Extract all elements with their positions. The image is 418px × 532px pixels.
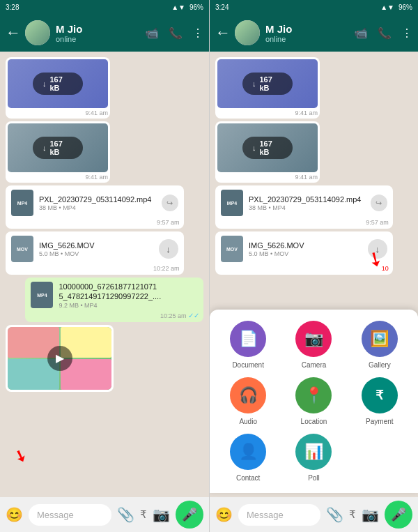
contact-status-right: online (265, 35, 354, 43)
header-icons-right: 📹 📞 ⋮ (354, 26, 412, 40)
image-message-left: ▶ (6, 325, 114, 392)
message-placeholder-right: Message (247, 510, 284, 520)
emoji-icon-left[interactable]: 😊 (6, 506, 23, 523)
document-label: Document (232, 361, 264, 369)
location-label: Location (301, 418, 327, 425)
file-icon-mp4-sent-left: MP4 (31, 282, 53, 308)
battery-right: 96% (398, 3, 412, 11)
audio-label: Audio (239, 418, 257, 425)
bottom-bar-left: 😊 Message 📎 ₹ 📷 🎤 (0, 497, 209, 532)
attach-location[interactable]: 📍 Location (284, 377, 343, 425)
file-meta-1-left: 38 MB • MP4 (39, 204, 156, 211)
right-panel: 3:24 ▲▼ 96% ← M Jio online 📹 📞 ⋮ ↓167 kB (209, 0, 418, 532)
video-call-icon-right[interactable]: 📹 (354, 26, 368, 40)
attachment-popup: 📄 Document 📷 Camera 🖼️ Gallery 🎧 Audio 📍 (210, 310, 418, 493)
rupee-icon-left[interactable]: ₹ (140, 508, 147, 521)
file-name-1-left: PXL_20230729_053114092.mp4 (39, 195, 156, 204)
attach-document[interactable]: 📄 Document (218, 321, 278, 369)
phone-call-icon-left[interactable]: 📞 (169, 26, 183, 40)
attach-icon-left[interactable]: 📎 (117, 506, 134, 523)
time-left: 3:28 (6, 3, 19, 11)
forward-icon-1-left[interactable]: ↪ (162, 195, 178, 211)
rupee-icon-right[interactable]: ₹ (349, 508, 356, 521)
gallery-label: Gallery (369, 361, 391, 369)
contact-info-right[interactable]: M Jio online (265, 23, 354, 43)
attach-icon-right[interactable]: 📎 (326, 506, 343, 523)
payment-label: Payment (366, 418, 393, 425)
download-overlay-2: ↓167 kB (33, 137, 83, 159)
attach-audio[interactable]: 🎧 Audio (218, 377, 278, 425)
back-button-right[interactable]: ← (215, 24, 231, 42)
play-button-left[interactable]: ▶ (47, 346, 72, 371)
time-2-right: 9:41 am (217, 174, 318, 181)
attach-camera[interactable]: 📷 Camera (284, 321, 343, 369)
time-sent-left: 10:25 am ✓✓ (29, 312, 199, 319)
poll-label: Poll (308, 474, 320, 482)
message-placeholder-left: Message (37, 510, 74, 520)
file-message-1-left: MP4 PXL_20230729_053114092.mp4 38 MB • M… (6, 185, 184, 229)
file-info-sent-left: 10000000_67261877121071 5_47821491712909… (59, 282, 198, 309)
file-meta-sent-left: 9.2 MB • MP4 (59, 302, 198, 309)
time-file-1-right: 9:57 am (219, 219, 389, 226)
mic-button-right[interactable]: 🎤 (385, 501, 412, 529)
download-overlay-2-right: ↓167 kB (242, 137, 293, 159)
avatar-right (235, 20, 260, 45)
message-input-right[interactable]: Message (238, 504, 320, 526)
contact-circle: 👤 (230, 434, 266, 470)
back-button-left[interactable]: ← (6, 24, 21, 42)
video-message-1-right: ↓167 kB 9:41 am (215, 57, 320, 119)
contact-info-left[interactable]: M Jio online (56, 23, 145, 43)
contact-name-left: M Jio (56, 23, 145, 35)
file-info-2-left: IMG_5626.MOV 5.0 MB • MOV (39, 241, 153, 257)
bottom-bar-right: 😊 Message 📎 ₹ 📷 🎤 (210, 497, 418, 532)
download-overlay-1: ↓167 kB (33, 73, 83, 95)
status-bar-left: 3:28 ▲▼ 96% (0, 0, 209, 14)
video-call-icon-left[interactable]: 📹 (145, 26, 159, 40)
file-message-1-right: MP4 PXL_20230729_053114092.mp4 38 MB • M… (215, 185, 393, 229)
message-input-left[interactable]: Message (29, 504, 111, 526)
phone-call-icon-right[interactable]: 📞 (378, 26, 392, 40)
file-name-2-left: IMG_5626.MOV (39, 241, 153, 250)
chat-area-left: ↓167 kB 9:41 am ↓167 kB 9:41 am MP4 PXL_… (0, 52, 209, 497)
status-bar-right: 3:24 ▲▼ 96% (210, 0, 418, 14)
mic-button-left[interactable]: 🎤 (176, 501, 203, 529)
payment-circle: ₹ (362, 377, 398, 413)
menu-icon-right[interactable]: ⋮ (401, 26, 412, 40)
gallery-circle: 🖼️ (362, 321, 398, 357)
file-info-1-left: PXL_20230729_053114092.mp4 38 MB • MP4 (39, 195, 156, 211)
attach-contact[interactable]: 👤 Contact (218, 434, 278, 482)
download-icon-left[interactable]: ↓ (159, 239, 178, 259)
size-1-right: 167 kB (260, 75, 284, 92)
poll-circle: 📊 (295, 434, 332, 470)
video-message-2-left: ↓167 kB 9:41 am (6, 121, 110, 183)
time-file-2-left: 10:22 am (10, 265, 180, 272)
camera-icon-right[interactable]: 📷 (362, 506, 379, 523)
file-icon-mp4-1-right: MP4 (221, 190, 243, 216)
time-2-left: 9:41 am (8, 174, 108, 181)
document-circle: 📄 (230, 321, 266, 357)
camera-icon-left[interactable]: 📷 (153, 506, 170, 523)
time-right: 3:24 (215, 3, 229, 11)
sent-file-message-left: MP4 10000000_67261877121071 5_4782149171… (25, 278, 203, 322)
attach-gallery[interactable]: 🖼️ Gallery (350, 321, 410, 369)
time-file-1-left: 9:57 am (10, 219, 180, 226)
attach-payment[interactable]: ₹ Payment (350, 377, 410, 425)
avatar-image-right (235, 20, 260, 45)
camera-label: Camera (302, 361, 327, 369)
audio-circle: 🎧 (230, 377, 266, 413)
attach-poll[interactable]: 📊 Poll (284, 434, 343, 482)
camera-circle: 📷 (295, 321, 332, 357)
file-icon-mov-left: MOV (11, 236, 33, 262)
menu-icon-left[interactable]: ⋮ (192, 26, 203, 40)
emoji-icon-right[interactable]: 😊 (215, 506, 233, 523)
size-2-right: 167 kB (260, 139, 284, 156)
contact-name-right: M Jio (265, 23, 354, 35)
video-message-2-right: ↓167 kB 9:41 am (215, 121, 320, 183)
forward-icon-1-right[interactable]: ↪ (371, 195, 387, 211)
header-right: ← M Jio online 📹 📞 ⋮ (210, 14, 418, 52)
size-2-left: 167 kB (50, 139, 74, 156)
contact-label: Contact (236, 474, 260, 482)
download-overlay-1-right: ↓167 kB (242, 73, 293, 95)
video-message-1-left: ↓167 kB 9:41 am (6, 57, 110, 119)
file-info-1-right: PXL_20230729_053114092.mp4 38 MB • MP4 (249, 195, 365, 211)
